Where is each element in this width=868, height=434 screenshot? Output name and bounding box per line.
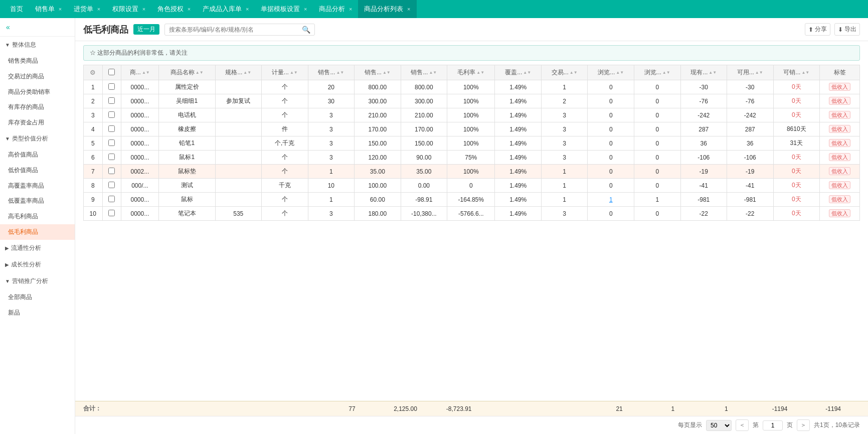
- sidebar-group-overall[interactable]: ▼ 整体信息: [0, 37, 75, 53]
- row-select-checkbox-8[interactable]: [108, 182, 115, 188]
- row-checkbox-3[interactable]: [102, 108, 121, 122]
- col-available-header[interactable]: 可用... ▲▼: [727, 65, 774, 80]
- sidebar-item-traded[interactable]: 交易过的商品: [0, 69, 75, 84]
- close-analysis-list-tab[interactable]: ×: [407, 6, 410, 12]
- nav-home[interactable]: 首页: [4, 0, 29, 18]
- col-spec-header[interactable]: 规格... ▲▼: [215, 65, 262, 80]
- row-checkbox-10[interactable]: [102, 207, 121, 221]
- sidebar-group-marketing-analysis[interactable]: ▼ 营销推广分析: [0, 273, 75, 290]
- sellable-value-8: 0天: [792, 182, 801, 189]
- close-templates-tab[interactable]: ×: [304, 6, 307, 12]
- row-checkbox-5[interactable]: [102, 136, 121, 151]
- row-select-checkbox-9[interactable]: [108, 196, 115, 202]
- col-gross-rate-header[interactable]: 毛利率 ▲▼: [447, 65, 495, 80]
- sidebar-item-category-sales-rate[interactable]: 商品分类助销率: [0, 84, 75, 100]
- nav-templates[interactable]: 单据模板设置 ×: [255, 0, 313, 18]
- sidebar-item-new-products[interactable]: 新品: [0, 305, 75, 321]
- close-roles-tab[interactable]: ×: [188, 6, 191, 12]
- sidebar-item-low-profit[interactable]: 低毛利商品: [0, 224, 75, 240]
- row-select-checkbox-10[interactable]: [108, 210, 115, 216]
- col-sales-price-header[interactable]: 销售... ▲▼: [355, 65, 401, 80]
- arrow-icon-4: ▶: [5, 262, 9, 267]
- sidebar-item-in-stock[interactable]: 有库存的商品: [0, 99, 75, 115]
- row-checkbox-2[interactable]: [102, 94, 121, 108]
- close-purchase-tab[interactable]: ×: [97, 6, 100, 12]
- sidebar-item-high-coverage[interactable]: 高覆盖率商品: [0, 178, 75, 194]
- row-select-checkbox-5[interactable]: [108, 139, 115, 146]
- sidebar-item-sales-category[interactable]: 销售类商品: [0, 53, 75, 69]
- share-button[interactable]: ⬆ 分享: [805, 23, 830, 36]
- row-select-checkbox-2[interactable]: [108, 97, 115, 104]
- sidebar-item-low-value[interactable]: 低价值商品: [0, 163, 75, 178]
- close-analysis-tab[interactable]: ×: [349, 6, 352, 12]
- col-sellable-header[interactable]: 可销... ▲▼: [773, 65, 820, 80]
- row-view1-9[interactable]: 1: [588, 193, 634, 207]
- nav-products[interactable]: 产成品入库单 ×: [197, 0, 255, 18]
- share-icon: ⬆: [808, 26, 813, 33]
- row-checkbox-8[interactable]: [102, 179, 121, 193]
- per-page-select[interactable]: 50 100: [706, 420, 732, 431]
- sidebar-collapse-btn[interactable]: «: [4, 21, 12, 33]
- row-available-8: -41: [727, 179, 774, 193]
- row-view1-7: 0: [588, 165, 634, 179]
- row-select-checkbox-4[interactable]: [108, 125, 115, 132]
- search-icon[interactable]: 🔍: [302, 26, 310, 34]
- select-all-checkbox[interactable]: [108, 69, 115, 75]
- col-sales-qty-header[interactable]: 销售... ▲▼: [308, 65, 355, 80]
- row-checkbox-4[interactable]: [102, 122, 121, 136]
- sidebar-item-high-profit[interactable]: 高毛利商品: [0, 209, 75, 224]
- alert-bar: ☆ 这部分商品的利润非常低，请关注: [83, 45, 860, 61]
- sidebar-group-growth-analysis[interactable]: ▶ 成长性分析: [0, 256, 75, 273]
- time-tag-btn[interactable]: 近一月: [133, 24, 159, 35]
- view1-link-9[interactable]: 1: [609, 196, 613, 203]
- nav-roles[interactable]: 角色授权 ×: [151, 0, 197, 18]
- sidebar-item-capital-occupied[interactable]: 库存资金占用: [0, 115, 75, 130]
- row-view2-7: 0: [634, 165, 680, 179]
- col-unit-header[interactable]: 计量... ▲▼: [262, 65, 308, 80]
- row-checkbox-1[interactable]: [102, 80, 121, 94]
- col-settings[interactable]: ⚙: [84, 65, 103, 80]
- row-select-checkbox-7[interactable]: [108, 168, 115, 174]
- row-select-checkbox-6[interactable]: [108, 154, 115, 160]
- col-trade-count-header[interactable]: 交易... ▲▼: [541, 65, 588, 80]
- nav-analysis[interactable]: 商品分析 ×: [313, 0, 358, 18]
- row-checkbox-6[interactable]: [102, 151, 121, 165]
- row-checkbox-7[interactable]: [102, 165, 121, 179]
- col-view1-header[interactable]: 浏览... ▲▼: [588, 65, 634, 80]
- sidebar-group-flow-analysis[interactable]: ▶ 流通性分析: [0, 240, 75, 256]
- nav-purchase[interactable]: 进货单 ×: [68, 0, 106, 18]
- col-current-stock-header[interactable]: 现有... ▲▼: [680, 65, 727, 80]
- page-input[interactable]: [763, 420, 783, 430]
- col-code-header[interactable]: 商... ▲▼: [121, 65, 158, 80]
- row-checkbox-9[interactable]: [102, 193, 121, 207]
- close-sales-tab[interactable]: ×: [59, 6, 62, 12]
- row-sales-profit-5: 150.00: [401, 136, 447, 151]
- export-button[interactable]: ⬇ 导出: [834, 23, 860, 36]
- nav-permissions[interactable]: 权限设置 ×: [106, 0, 151, 18]
- nav-analysis-list[interactable]: 商品分析列表 ×: [358, 0, 416, 18]
- sidebar-item-low-coverage[interactable]: 低覆盖率商品: [0, 193, 75, 209]
- sidebar-item-high-value[interactable]: 高价值商品: [0, 147, 75, 163]
- prev-page-btn[interactable]: ＜: [736, 419, 749, 431]
- col-view2-header[interactable]: 浏览... ▲▼: [634, 65, 680, 80]
- sidebar-group-value-analysis[interactable]: ▼ 类型价值分析: [0, 130, 75, 147]
- row-name-3: 电话机: [159, 108, 215, 122]
- col-name-header[interactable]: 商品名称 ▲▼: [159, 65, 215, 80]
- row-coverage-10: 1.49%: [495, 207, 542, 221]
- col-coverage-header[interactable]: 覆盖... ▲▼: [495, 65, 542, 80]
- col-checkbox-header[interactable]: [102, 65, 121, 80]
- row-select-checkbox-1[interactable]: [108, 83, 115, 90]
- settings-icon[interactable]: ⚙: [90, 69, 96, 76]
- nav-sales[interactable]: 销售单 ×: [29, 0, 68, 18]
- next-page-btn[interactable]: ＞: [797, 419, 810, 431]
- col-sales-profit-header[interactable]: 销售... ▲▼: [401, 65, 447, 80]
- row-sales-price-5: 150.00: [355, 136, 401, 151]
- close-products-tab[interactable]: ×: [246, 6, 249, 12]
- close-permissions-tab[interactable]: ×: [142, 6, 145, 12]
- search-input[interactable]: [169, 26, 302, 33]
- row-coverage-4: 1.49%: [495, 122, 542, 136]
- tag-badge-5: 低收入: [829, 139, 850, 147]
- row-select-checkbox-3[interactable]: [108, 111, 115, 118]
- sort-arrows-view1: ▲▼: [616, 71, 624, 75]
- sidebar-item-all-products[interactable]: 全部商品: [0, 290, 75, 305]
